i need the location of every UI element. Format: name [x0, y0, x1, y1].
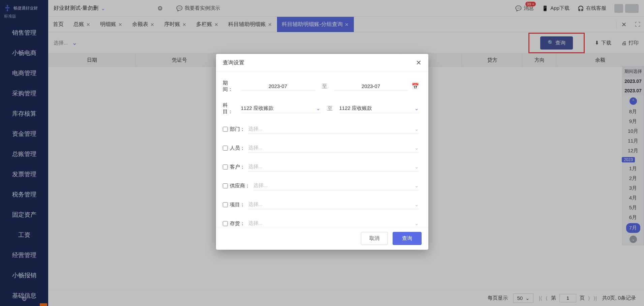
date-sep: 至 [318, 83, 331, 90]
aux-label: 供应商： [230, 183, 250, 189]
query-settings-modal: 查询设置 ✕ 期间： 2023-07 至 2023-07 📅 科目： 1122 … [216, 54, 428, 250]
chevron-down-icon: ⌄ [415, 164, 419, 170]
form-row-aux: 供应商：选择...⌄ [223, 176, 419, 195]
chevron-down-icon: ⌄ [415, 126, 419, 132]
modal-footer: 取消 查询 [216, 227, 428, 250]
aux-select[interactable]: 选择...⌄ [248, 219, 419, 227]
aux-label: 项目： [230, 202, 245, 208]
subject-from-select[interactable]: 1122 应收账款 ⌄ [241, 104, 320, 113]
subject-sep: 至 [324, 105, 336, 112]
chevron-down-icon: ⌄ [415, 220, 419, 226]
aux-select[interactable]: 选择...⌄ [253, 181, 419, 190]
aux-placeholder: 选择... [248, 201, 263, 208]
aux-checkbox-label[interactable]: 供应商： [223, 183, 250, 189]
form-row-subject: 科目： 1122 应收账款 ⌄ 至 1122 应收账款 ⌄ [223, 97, 419, 120]
form-row-aux: 存货：选择...⌄ [223, 214, 419, 227]
aux-placeholder: 选择... [248, 126, 263, 132]
modal-body: 期间： 2023-07 至 2023-07 📅 科目： 1122 应收账款 ⌄ … [216, 72, 428, 227]
subject-to-select[interactable]: 1122 应收账款 ⌄ [339, 104, 419, 113]
aux-select[interactable]: 选择...⌄ [248, 124, 419, 134]
close-icon[interactable]: ✕ [416, 59, 422, 67]
aux-placeholder: 选择... [248, 145, 263, 151]
aux-placeholder: 选择... [248, 220, 263, 226]
aux-select[interactable]: 选择...⌄ [248, 200, 419, 209]
aux-label: 人员： [230, 145, 245, 151]
aux-label: 客户： [230, 164, 245, 170]
modal-title: 查询设置 [223, 59, 244, 66]
form-row-aux: 项目：选择...⌄ [223, 195, 419, 214]
form-row-period: 期间： 2023-07 至 2023-07 📅 [223, 75, 419, 97]
chevron-down-icon: ⌄ [415, 145, 419, 151]
aux-checkbox[interactable] [223, 146, 228, 151]
aux-checkbox-label[interactable]: 客户： [223, 164, 245, 170]
aux-checkbox[interactable] [223, 183, 228, 188]
aux-select[interactable]: 选择...⌄ [248, 143, 419, 153]
aux-checkbox-label[interactable]: 人员： [223, 145, 245, 151]
aux-placeholder: 选择... [253, 182, 268, 189]
aux-checkbox-label[interactable]: 存货： [223, 220, 245, 227]
aux-checkbox[interactable] [223, 221, 228, 226]
chevron-down-icon: ⌄ [415, 183, 419, 189]
cancel-button[interactable]: 取消 [361, 232, 388, 245]
subject-label: 科目： [223, 102, 238, 115]
modal-overlay: 查询设置 ✕ 期间： 2023-07 至 2023-07 📅 科目： 1122 … [0, 0, 644, 306]
form-row-aux: 客户：选择...⌄ [223, 157, 419, 176]
date-from-input[interactable]: 2023-07 [241, 82, 315, 91]
aux-checkbox-label[interactable]: 项目： [223, 202, 245, 208]
form-row-aux: 部门：选择...⌄ [223, 120, 419, 139]
aux-placeholder: 选择... [248, 163, 263, 170]
aux-checkbox-label[interactable]: 部门： [223, 126, 245, 132]
calendar-icon[interactable]: 📅 [411, 83, 419, 90]
chevron-down-icon: ⌄ [415, 202, 419, 208]
chevron-down-icon: ⌄ [415, 105, 419, 112]
aux-label: 存货： [230, 220, 245, 227]
aux-checkbox[interactable] [223, 127, 228, 132]
form-row-aux: 人员：选择...⌄ [223, 139, 419, 157]
date-to-input[interactable]: 2023-07 [334, 82, 408, 91]
aux-checkbox[interactable] [223, 202, 228, 207]
chevron-down-icon: ⌄ [316, 105, 320, 112]
period-label: 期间： [223, 80, 238, 93]
aux-select[interactable]: 选择...⌄ [248, 162, 419, 172]
confirm-query-button[interactable]: 查询 [393, 232, 422, 245]
aux-checkbox[interactable] [223, 164, 228, 170]
modal-header: 查询设置 ✕ [216, 54, 428, 72]
aux-label: 部门： [230, 126, 245, 132]
